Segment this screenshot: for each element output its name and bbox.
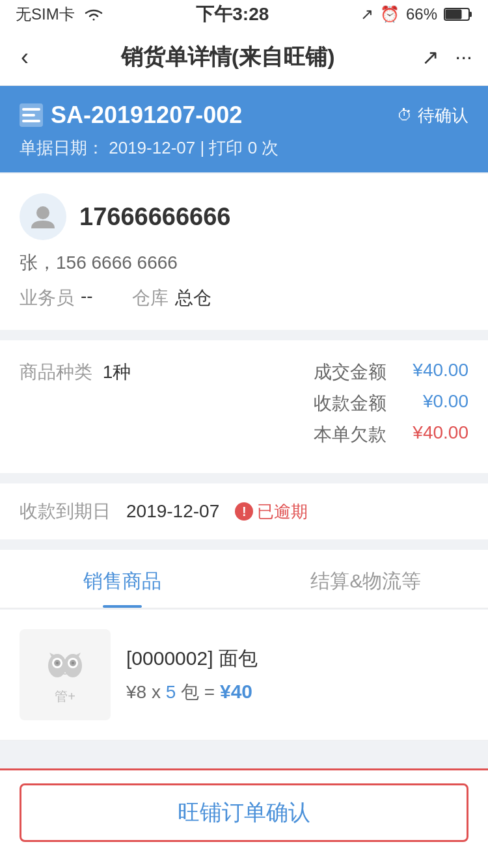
svg-rect-4 [22,114,35,116]
status-badge: ⏱ 待确认 [397,104,468,127]
product-type-label: 商品种类 [20,362,92,382]
status-bar: 无SIM卡 下午3:28 ↗ ⏰ 66% [0,0,488,29]
owed-amount-value: ¥40.00 [413,422,468,447]
nav-actions: ↗ ··· [422,45,472,70]
sales-value: -- [81,286,93,310]
product-name: [0000002] 面包 [126,645,468,672]
print-unit: 次 [262,138,278,157]
price-multiply: x [152,682,166,702]
customer-phone: 17666666666 [79,203,230,231]
tab-sales-products[interactable]: 销售商品 [0,550,244,608]
tab-settlement-label: 结算&物流等 [310,570,421,591]
svg-point-6 [36,206,49,219]
order-id-text: SA-20191207-002 [51,102,242,129]
paid-amount-label: 收款金额 [314,391,386,416]
tab-settlement[interactable]: 结算&物流等 [244,550,488,608]
price-total: ¥40 [220,681,252,702]
price-unit: 包 [181,682,199,702]
status-bar-left: 无SIM卡 [16,4,105,25]
customer-header: 17666666666 [20,193,468,240]
summary-row-paid: 收款金额 ¥0.00 [314,391,468,416]
summary-right: 成交金额 ¥40.00 收款金额 ¥0.00 本单欠款 ¥40.00 [314,360,468,454]
brand-plus-text: 管+ [55,688,75,705]
customer-name: 张，156 6666 6666 [20,251,468,275]
summary-left: 商品种类 1种 [20,360,131,385]
product-image-placeholder: 管+ [39,645,91,705]
price-quantity: 5 [166,682,176,702]
avatar [20,193,66,240]
svg-rect-2 [445,10,461,20]
wifi-icon [83,7,105,22]
page-title: 销货单详情(来自旺铺) [121,42,335,72]
deal-amount-label: 成交金额 [314,360,386,385]
summary-card: 商品种类 1种 成交金额 ¥40.00 收款金额 ¥0.00 本单欠款 ¥40.… [0,340,488,473]
price-base: ¥8 [126,682,146,702]
status-clock-icon: ⏱ [397,106,413,124]
tab-sales-products-label: 销售商品 [83,570,161,591]
status-text: 待确认 [418,104,468,127]
print-count: 0 [248,138,257,157]
battery-icon [444,7,472,21]
warehouse-label: 仓库 [132,286,169,310]
more-icon[interactable]: ··· [455,45,472,69]
product-info: [0000002] 面包 ¥8 x 5 包 = ¥40 [126,645,468,705]
order-header-top: SA-20191207-002 ⏱ 待确认 [20,102,468,129]
order-meta: 单据日期： 2019-12-07 | 打印 0 次 [20,137,468,159]
due-label: 收款到期日 [20,499,111,524]
export-icon[interactable]: ↗ [422,45,439,70]
warehouse-meta: 仓库 总仓 [132,286,211,310]
wangpu-confirm-button[interactable]: 旺铺订单确认 [20,783,468,842]
order-id: SA-20191207-002 [20,102,242,129]
price-equals: = [204,682,220,702]
svg-point-14 [72,662,74,664]
sales-meta: 业务员 -- [20,286,93,310]
product-price: ¥8 x 5 包 = ¥40 [126,680,468,705]
summary-row-owed: 本单欠款 ¥40.00 [314,422,468,447]
owed-amount-label: 本单欠款 [314,422,386,447]
order-date: 2019-12-07 [109,138,195,157]
deal-amount-value: ¥40.00 [413,360,468,385]
order-date-label: 单据日期： [20,138,104,157]
confirm-button-label: 旺铺订单确认 [178,798,310,828]
overdue-warning-icon: ! [235,502,253,521]
product-type-value: 1种 [103,362,131,382]
due-date-card: 收款到期日 2019-12-07 ! 已逾期 [0,483,488,539]
overdue-text: 已逾期 [257,500,308,523]
product-image: 管+ [20,629,111,720]
paid-amount-value: ¥0.00 [423,391,468,416]
overdue-badge: ! 已逾期 [235,500,308,523]
status-bar-right: ↗ ⏰ 66% [360,5,472,23]
alarm-icon: ⏰ [380,5,400,23]
owl-logo-icon [39,645,91,684]
customer-meta: 业务员 -- 仓库 总仓 [20,286,468,310]
order-header: SA-20191207-002 ⏱ 待确认 单据日期： 2019-12-07 |… [0,86,488,172]
print-label: | 打印 [200,138,243,157]
customer-card: 17666666666 张，156 6666 6666 业务员 -- 仓库 总仓 [0,174,488,330]
location-icon: ↗ [360,5,373,23]
bottom-bar: 旺铺订单确认 [0,768,488,868]
svg-rect-1 [469,12,472,17]
carrier-text: 无SIM卡 [16,4,75,25]
sales-label: 业务员 [20,286,74,310]
product-list: 管+ [0000002] 面包 ¥8 x 5 包 = ¥40 [0,610,488,740]
battery-text: 66% [406,5,437,23]
table-row: 管+ [0000002] 面包 ¥8 x 5 包 = ¥40 [0,610,488,740]
svg-point-13 [56,662,59,664]
summary-row-deal: 成交金额 ¥40.00 [314,360,468,385]
svg-rect-5 [22,120,40,122]
warehouse-value: 总仓 [175,286,211,310]
back-button[interactable]: ‹ [16,38,34,76]
product-name-text: 面包 [219,647,258,669]
tabs-container: 销售商品 结算&物流等 [0,550,488,608]
product-code: [0000002] [126,647,213,669]
status-bar-time: 下午3:28 [196,2,269,27]
due-date-value: 2019-12-07 [126,501,219,522]
nav-bar: ‹ 销货单详情(来自旺铺) ↗ ··· [0,29,488,86]
svg-rect-3 [22,108,40,111]
order-id-icon [20,103,43,127]
